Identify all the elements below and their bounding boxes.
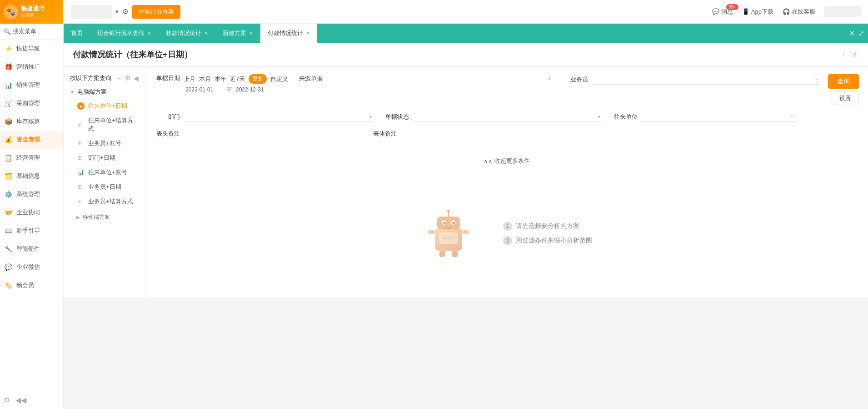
body-note-input[interactable] (400, 128, 579, 139)
scheme-sub-label: 移动端方案 (83, 213, 110, 221)
date-range-separator: 至 (226, 86, 232, 94)
dept-select-arrow: ▾ (369, 114, 372, 119)
date-shortcut-this-month[interactable]: 本月 (199, 75, 211, 83)
dept-select[interactable]: ▾ (184, 112, 374, 121)
staff-dots[interactable]: ··· (814, 76, 819, 82)
messages-badge: 99+ (726, 4, 738, 10)
scheme-group-desktop-title[interactable]: ▼ 电脑端方案 (64, 85, 145, 99)
sidebar-item-label: 资金管理 (16, 136, 40, 144)
scheme-settings-icon[interactable]: ⚙ (125, 75, 131, 82)
scheme-add-icon[interactable]: ＋ (116, 74, 122, 82)
sidebar-item-basic-info[interactable]: 🗂️ 基础信息 (0, 167, 63, 185)
empty-tips: 1 请先选择要分析的方案 2 用过滤条件来缩小分析范围 (503, 222, 592, 245)
sidebar-item-label: 企业微信 (16, 263, 40, 271)
staff-input-container: ··· (592, 74, 819, 85)
tab-payment-stats[interactable]: 付款情况统计 ✕ (260, 24, 317, 43)
sidebar-item-sales[interactable]: 📊 销售管理 (0, 76, 63, 94)
date-end-input[interactable]: 2022-12-31 (234, 86, 275, 94)
filter-form: 单据日期 上月 本月 本年 近7天 更多 自定义 (145, 67, 868, 153)
voucher-status-arrow: ▾ (598, 114, 600, 119)
basic-info-icon: 🗂️ (4, 172, 13, 181)
purchase-icon: 🛒 (4, 99, 13, 108)
svg-rect-10 (439, 251, 445, 257)
sidebar-item-system[interactable]: ⚙️ 系统管理 (0, 185, 63, 203)
collapse-icon: ∧∧ (484, 158, 493, 165)
scheme-item-contact-date[interactable]: ● 往来单位+日期 (64, 99, 145, 113)
scheme-group-mobile-title[interactable]: ▶ 移动端方案 (70, 211, 145, 224)
sidebar-collapse-icon[interactable]: ◀◀ (15, 396, 26, 404)
tab-maximize-icon[interactable]: ⤢ (858, 29, 864, 38)
date-shortcut-last-month[interactable]: 上月 (184, 75, 195, 83)
filter-field-voucher-status: 单据状态 ▾ (384, 112, 604, 121)
refresh-icon: ↺ (852, 51, 857, 58)
scheme-item-contact-settle[interactable]: ⊞ 往来单位+结算方式 (64, 113, 145, 136)
sidebar-item-label: 库存核算 (16, 117, 40, 126)
tab-close-all-icon[interactable]: ✕ (849, 29, 855, 38)
scheme-item-staff-date[interactable]: ⊞ 业务员+日期 (64, 180, 145, 194)
scheme-item-dept-date[interactable]: ⊞ 部门+日期 (64, 151, 145, 165)
sidebar-item-enterprise[interactable]: 🤝 企业协同 (0, 203, 63, 222)
tab-bank-flow[interactable]: 现金银行流水查询 ✕ (90, 24, 159, 43)
dept-label: 部门 (155, 113, 180, 121)
tab-bank-flow-close[interactable]: ✕ (147, 30, 151, 36)
filter-field-contact: 往来单位 ··· (612, 111, 795, 122)
tab-new-scheme-close[interactable]: ✕ (249, 30, 253, 36)
filter-layout: 按以下方案查询 ＋ ⚙ ◀ ▼ 电脑端方案 ● (64, 67, 868, 298)
date-shortcut-7days[interactable]: 近7天 (230, 75, 245, 83)
tab-home[interactable]: 首页 (64, 24, 90, 43)
voucher-status-select[interactable]: ▾ (413, 112, 604, 121)
sidebar-item-quick-nav[interactable]: ⚡ 快捷导航 (0, 40, 63, 58)
sidebar-item-hardware[interactable]: 🔧 智能硬件 (0, 240, 63, 258)
contact-dots[interactable]: ··· (791, 113, 795, 120)
date-shortcut-this-year[interactable]: 本年 (215, 75, 226, 83)
messages-button[interactable]: 💬 消息 99+ (712, 8, 733, 16)
trial-button[interactable]: 体验行业方案 (132, 5, 180, 19)
header-note-input[interactable] (184, 128, 362, 139)
sidebar-item-inventory[interactable]: 📦 库存核算 (0, 112, 63, 131)
page-title-bar: 付款情况统计（往来单位+日期） ↑ ↺ (64, 43, 868, 67)
export-icon: ↑ (842, 51, 845, 58)
search-menu[interactable]: 🔍 搜索菜单 (0, 24, 63, 40)
collapse-bar: ∧∧ 收起更多条件 (145, 153, 868, 169)
header-dropdown-icon[interactable]: ▾ (115, 8, 119, 15)
scheme-item-contact-account[interactable]: 📊 往来单位+账号 (64, 165, 145, 180)
source-select[interactable]: ▾ (326, 74, 554, 83)
query-button[interactable]: 查询 (828, 74, 859, 89)
sidebar-item-wechat[interactable]: 💬 企业微信 (0, 258, 63, 276)
date-shortcut-custom[interactable]: 自定义 (270, 75, 288, 83)
app-download-button[interactable]: 📱 App下载 (742, 8, 773, 16)
sidebar-item-purchase[interactable]: 🛒 采购管理 (0, 94, 63, 112)
tab-receipt-stats[interactable]: 收款情况统计 ✕ (159, 24, 215, 43)
export-button[interactable]: ↑ (842, 51, 847, 58)
settings-button[interactable]: 设置 (832, 91, 859, 105)
contact-label: 往来单位 (612, 113, 638, 121)
collapse-button[interactable]: ∧∧ 收起更多条件 (484, 157, 530, 165)
sidebar-settings-icon[interactable]: ⚙ (4, 396, 10, 404)
scheme-item-bar-icon: 📊 (77, 169, 85, 176)
sidebar-item-operation[interactable]: 📋 经营管理 (0, 149, 63, 167)
tab-new-scheme-label: 新建方案 (223, 29, 246, 37)
refresh-button[interactable]: ↺ (852, 51, 859, 58)
header-settings-icon[interactable]: ⚙ (122, 7, 129, 16)
tab-new-scheme[interactable]: 新建方案 ✕ (215, 24, 260, 43)
online-service-button[interactable]: 🎧 在线客服 (783, 8, 815, 16)
scheme-item-staff-account[interactable]: ⊞ 业务员+账号 (64, 136, 145, 151)
search-label: 搜索菜单 (13, 27, 36, 35)
sidebar-header: 🐾 畅捷通巧 标准版 (0, 0, 63, 24)
date-shortcut-more[interactable]: 更多 (249, 74, 267, 84)
sidebar-item-capital[interactable]: 💰 资金管理 (0, 131, 63, 149)
date-start-input[interactable]: 2022-01-01 (184, 86, 224, 94)
sidebar-item-label: 系统管理 (16, 190, 40, 198)
tab-payment-stats-close[interactable]: ✕ (306, 30, 310, 36)
scheme-item-staff-settle[interactable]: ⊞ 业务员+结算方式 (64, 194, 145, 209)
sidebar-item-guide[interactable]: 📖 新手引导 (0, 222, 63, 240)
svg-rect-9 (462, 230, 469, 234)
scheme-item-table-icon: ⊞ (77, 154, 85, 162)
tab-receipt-stats-close[interactable]: ✕ (204, 30, 208, 36)
user-profile[interactable] (824, 6, 861, 17)
svg-point-5 (453, 222, 455, 224)
sidebar-item-member[interactable]: 🏷️ 畅会员 (0, 276, 63, 294)
sidebar-item-marketing[interactable]: 🎁 营销推广 (0, 58, 63, 76)
scheme-item-label: 业务员+账号 (88, 139, 121, 147)
scheme-collapse-icon[interactable]: ◀ (134, 75, 139, 82)
